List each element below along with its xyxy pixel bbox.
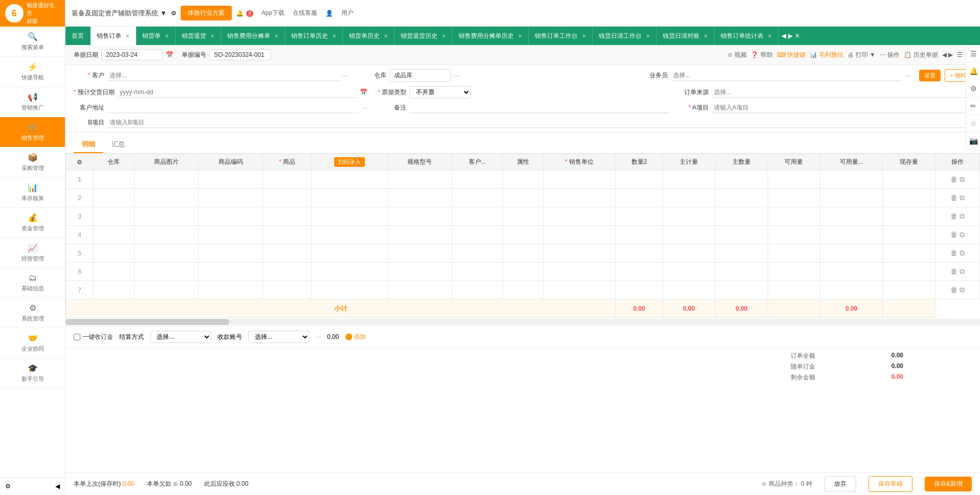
cell-4-1[interactable] [94, 244, 134, 263]
cell-5-10[interactable] [616, 263, 663, 281]
cell-3-11[interactable] [663, 226, 715, 244]
nav-tab-close-2[interactable]: ✕ [165, 33, 169, 39]
cell-5-5[interactable] [311, 263, 387, 281]
cell-2-9[interactable] [543, 207, 615, 226]
cell-4-14[interactable] [820, 244, 883, 263]
save-draft-btn[interactable]: 保存草稿 [868, 476, 912, 492]
cell-1-4[interactable] [263, 189, 312, 207]
cell-3-9[interactable] [543, 226, 615, 244]
cell-1-12[interactable] [715, 189, 768, 207]
right-panel-icon-3[interactable]: ⚙ [966, 80, 980, 97]
nav-close-all[interactable]: ✕ [795, 32, 800, 39]
cell-4-4[interactable] [263, 244, 312, 263]
cell-6-8[interactable] [503, 281, 543, 299]
cell-6-3[interactable] [199, 281, 263, 299]
nav-tab-close-10[interactable]: ✕ [646, 33, 650, 39]
cell-3-4[interactable] [263, 226, 312, 244]
sidebar-item-2[interactable]: 📢营销推广 [0, 87, 65, 117]
customer-input[interactable] [107, 70, 339, 81]
cell-2-4[interactable] [263, 207, 312, 226]
cell-4-5[interactable] [311, 244, 387, 263]
cell-3-7[interactable] [452, 226, 503, 244]
cell-6-6[interactable] [388, 281, 452, 299]
delete-icon-6[interactable]: 🗑 [950, 286, 957, 294]
cell-1-5[interactable] [311, 189, 387, 207]
nav-tab-close-3[interactable]: ✕ [210, 33, 214, 39]
cell-4-15[interactable] [883, 244, 935, 263]
cell-6-11[interactable] [663, 281, 715, 299]
cell-0-14[interactable] [820, 170, 883, 189]
nav-tab-12[interactable]: 销售订单统计表✕ [714, 27, 778, 45]
order-source-input[interactable] [712, 87, 972, 98]
cell-3-5[interactable] [311, 226, 387, 244]
nav-tab-close-11[interactable]: ✕ [704, 33, 708, 39]
cell-4-13[interactable] [768, 244, 820, 263]
warehouse-input[interactable]: 成品库 [389, 69, 451, 82]
nav-tab-7[interactable]: 销货退货历史✕ [395, 27, 452, 45]
nav-tab-2[interactable]: 销货单✕ [136, 27, 176, 45]
invoice-select[interactable]: 不开票 [409, 86, 471, 98]
cell-4-12[interactable] [715, 244, 768, 263]
nav-arrows[interactable]: ◀▶✕ [778, 32, 803, 39]
payment-select[interactable]: 选择... [150, 331, 211, 343]
remark-input[interactable] [409, 102, 669, 113]
operation-btn[interactable]: ⋯ 操作 [880, 51, 900, 59]
cell-5-14[interactable] [820, 263, 883, 281]
date-input[interactable]: 2023-03-24 [101, 49, 163, 60]
delete-icon-4[interactable]: 🗑 [950, 249, 957, 257]
copy-icon-1[interactable]: ⧉ [960, 193, 965, 202]
sidebar-item-5[interactable]: 📊库存核算 [0, 178, 65, 208]
right-panel-icon-5[interactable]: ☆ [966, 115, 980, 132]
sidebar-item-1[interactable]: ⚡快捷导航 [0, 57, 65, 87]
cell-0-2[interactable] [134, 170, 199, 189]
cell-6-14[interactable] [820, 281, 883, 299]
sidebar-item-0[interactable]: 🔍搜索菜单 [0, 27, 65, 57]
warehouse-dots[interactable]: ··· [454, 72, 459, 79]
nav-tab-8[interactable]: 销售费用分摊单历史✕ [452, 27, 529, 45]
cell-6-7[interactable] [452, 281, 503, 299]
cell-5-8[interactable] [503, 263, 543, 281]
cell-2-6[interactable] [388, 207, 452, 226]
nav-tab-close-1[interactable]: ✕ [125, 33, 129, 39]
sidebar-item-9[interactable]: ⚙系统管理 [0, 298, 65, 328]
cell-0-9[interactable] [543, 170, 615, 189]
cell-5-6[interactable] [388, 263, 452, 281]
user-icon[interactable]: 👤 [325, 10, 333, 17]
cell-1-3[interactable] [199, 189, 263, 207]
sidebar-collapse-icon[interactable]: ◀ [55, 483, 60, 490]
cell-0-10[interactable] [616, 170, 663, 189]
discard-btn[interactable]: 放弃 [824, 476, 856, 492]
cell-6-12[interactable] [715, 281, 768, 299]
cell-2-5[interactable] [311, 207, 387, 226]
cell-4-7[interactable] [452, 244, 503, 263]
cell-2-3[interactable] [199, 207, 263, 226]
view-btn[interactable]: ⊙ 视频 [728, 51, 747, 59]
nav-tab-close-8[interactable]: ✕ [518, 33, 522, 39]
cell-0-4[interactable] [263, 170, 312, 189]
cell-4-3[interactable] [199, 244, 263, 263]
cell-0-15[interactable] [883, 170, 935, 189]
scan-btn[interactable]: 扫码录入 [334, 157, 365, 167]
cell-4-10[interactable] [616, 244, 663, 263]
delete-icon-1[interactable]: 🗑 [950, 193, 957, 202]
copy-icon-0[interactable]: ⧉ [960, 175, 965, 184]
delete-icon-0[interactable]: 🗑 [950, 175, 957, 184]
cell-1-1[interactable] [94, 189, 134, 207]
detail-tab-0[interactable]: 明细 [74, 137, 103, 153]
cell-4-2[interactable] [134, 244, 199, 263]
cell-3-2[interactable] [134, 226, 199, 244]
horizontal-scrollbar[interactable] [66, 319, 980, 325]
cell-5-7[interactable] [452, 263, 503, 281]
cell-3-15[interactable] [883, 226, 935, 244]
copy-icon-5[interactable]: ⧉ [960, 267, 965, 276]
cell-5-11[interactable] [663, 263, 715, 281]
cell-2-11[interactable] [663, 207, 715, 226]
print-btn[interactable]: 🖨 打印 ▼ [847, 51, 876, 59]
cell-3-12[interactable] [715, 226, 768, 244]
calendar-icon[interactable]: 📅 [166, 51, 173, 58]
nav-tab-6[interactable]: 销货单历史✕ [343, 27, 395, 45]
salesperson-dots[interactable]: ··· [905, 72, 910, 79]
cell-2-1[interactable] [94, 207, 134, 226]
cell-6-15[interactable] [883, 281, 935, 299]
cell-5-13[interactable] [768, 263, 820, 281]
